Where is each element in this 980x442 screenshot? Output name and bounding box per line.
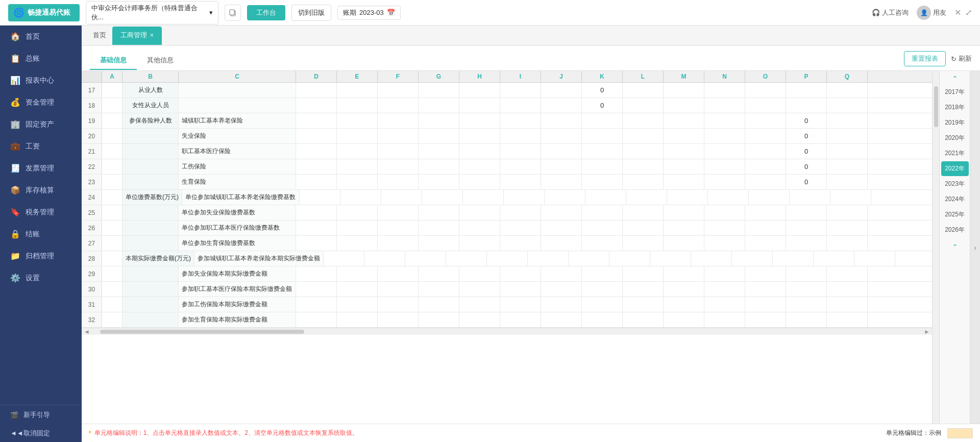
cell-g-32[interactable]: [419, 312, 459, 327]
cell-f-32[interactable]: [378, 312, 419, 327]
cell-h-31[interactable]: [459, 297, 500, 312]
cell-i-20[interactable]: [500, 129, 541, 143]
v-scroll-area[interactable]: [932, 71, 939, 424]
cell-g-29[interactable]: [419, 266, 459, 281]
cell-g-30[interactable]: [419, 282, 459, 297]
cell-g-19[interactable]: [419, 113, 459, 128]
cell-p-19[interactable]: 0: [786, 113, 827, 128]
cell-b-20[interactable]: [122, 129, 179, 143]
cell-a-25[interactable]: [102, 205, 122, 220]
cell-d-31[interactable]: [296, 297, 337, 312]
cell-d-18[interactable]: [296, 98, 337, 113]
cell-k-19[interactable]: [582, 113, 623, 128]
cell-k-25[interactable]: [582, 205, 623, 220]
cell-i-24[interactable]: [504, 190, 545, 205]
cell-l-17[interactable]: [623, 83, 664, 97]
cell-f-20[interactable]: [378, 129, 419, 143]
cell-m-27[interactable]: [664, 236, 704, 251]
cell-h-28[interactable]: [487, 251, 528, 266]
cell-i-26[interactable]: [500, 220, 541, 235]
year-item-2024[interactable]: 2024年: [941, 192, 969, 207]
cell-j-31[interactable]: [541, 297, 582, 312]
cell-d-20[interactable]: [296, 129, 337, 143]
cell-i-21[interactable]: [500, 144, 541, 159]
cell-c-19[interactable]: 城镇职工基本养老保险: [179, 113, 296, 128]
cell-b-32[interactable]: [122, 312, 179, 327]
cell-g-20[interactable]: [419, 129, 459, 143]
cell-o-31[interactable]: [745, 297, 786, 312]
year-item-2019[interactable]: 2019年: [941, 115, 969, 130]
cell-p-27[interactable]: [786, 236, 827, 251]
cell-e-24[interactable]: [340, 190, 381, 205]
h-scroll-bar[interactable]: ◄ ►: [82, 328, 932, 335]
cell-q-23[interactable]: [827, 175, 868, 189]
cell-e-30[interactable]: [337, 282, 378, 297]
year-item-2017[interactable]: 2017年: [941, 85, 969, 100]
year-item-2018[interactable]: 2018年: [941, 100, 969, 115]
cell-f-19[interactable]: [378, 113, 419, 128]
cell-f-31[interactable]: [378, 297, 419, 312]
cell-a-26[interactable]: [102, 220, 122, 235]
cell-o-28[interactable]: [773, 251, 814, 266]
reset-report-button[interactable]: 重置报表: [904, 51, 946, 66]
cell-a-29[interactable]: [102, 266, 122, 281]
cell-k-27[interactable]: [582, 236, 623, 251]
cell-e-26[interactable]: [337, 220, 378, 235]
cell-b-23[interactable]: [122, 175, 179, 189]
cell-m-31[interactable]: [664, 297, 704, 312]
year-item-2020[interactable]: 2020年: [941, 131, 969, 145]
sidebar-item-report[interactable]: 📊报表中心: [0, 69, 82, 91]
cell-j-27[interactable]: [541, 236, 582, 251]
cell-c-21[interactable]: 职工基本医疗保险: [179, 144, 296, 159]
cell-h-24[interactable]: [463, 190, 504, 205]
cell-a-28[interactable]: [102, 251, 122, 266]
cell-b-31[interactable]: [122, 297, 179, 312]
cell-d-28[interactable]: [324, 251, 364, 266]
cell-f-28[interactable]: [405, 251, 446, 266]
cell-l-26[interactable]: [623, 220, 664, 235]
cell-k-29[interactable]: [582, 266, 623, 281]
cell-j-23[interactable]: [541, 175, 582, 189]
cell-b-22[interactable]: [122, 159, 179, 174]
workbench-button[interactable]: 工作台: [247, 5, 285, 20]
cell-h-26[interactable]: [459, 220, 500, 235]
cell-d-24[interactable]: [300, 190, 340, 205]
cell-c-20[interactable]: 失业保险: [179, 129, 296, 143]
refresh-button[interactable]: ↻ 刷新: [951, 54, 972, 63]
sidebar-item-ledger[interactable]: 📋总账: [0, 47, 82, 69]
old-version-button[interactable]: 切到旧版: [291, 5, 331, 21]
cell-o-20[interactable]: [745, 129, 786, 143]
cell-g-25[interactable]: [419, 205, 459, 220]
cell-c-22[interactable]: 工伤保险: [179, 159, 296, 174]
cell-p-22[interactable]: 0: [786, 159, 827, 174]
cell-j-30[interactable]: [541, 282, 582, 297]
sub-tab-other[interactable]: 其他信息: [137, 52, 184, 70]
cell-e-22[interactable]: [337, 159, 378, 174]
cell-l-21[interactable]: [623, 144, 664, 159]
cell-c-31[interactable]: 参加工伤保险本期实际缴费金额: [179, 297, 296, 312]
cell-j-18[interactable]: [541, 98, 582, 113]
v-scroll-thumb[interactable]: [934, 86, 938, 127]
cell-j-19[interactable]: [541, 113, 582, 128]
cell-p-23[interactable]: 0: [786, 175, 827, 189]
cell-k-32[interactable]: [582, 312, 623, 327]
cell-m-23[interactable]: [664, 175, 704, 189]
cell-b-26[interactable]: [122, 220, 179, 235]
cell-b-17[interactable]: 从业人数: [122, 83, 179, 97]
cell-q-29[interactable]: [827, 266, 868, 281]
cell-g-21[interactable]: [419, 144, 459, 159]
cell-k-28[interactable]: [609, 251, 650, 266]
cell-j-17[interactable]: [541, 83, 582, 97]
cell-l-25[interactable]: [623, 205, 664, 220]
collapse-button[interactable]: ›: [970, 71, 980, 424]
cell-m-20[interactable]: [664, 129, 704, 143]
cell-q-28[interactable]: [854, 251, 895, 266]
cell-a-24[interactable]: [102, 190, 122, 205]
cell-p-17[interactable]: [786, 83, 827, 97]
cell-q-25[interactable]: [827, 205, 868, 220]
sidebar-item-tax[interactable]: 🔖税务管理: [0, 201, 82, 223]
year-item-2025[interactable]: 2025年: [941, 207, 969, 222]
cell-g-24[interactable]: [422, 190, 463, 205]
cell-h-27[interactable]: [459, 236, 500, 251]
cell-j-20[interactable]: [541, 129, 582, 143]
